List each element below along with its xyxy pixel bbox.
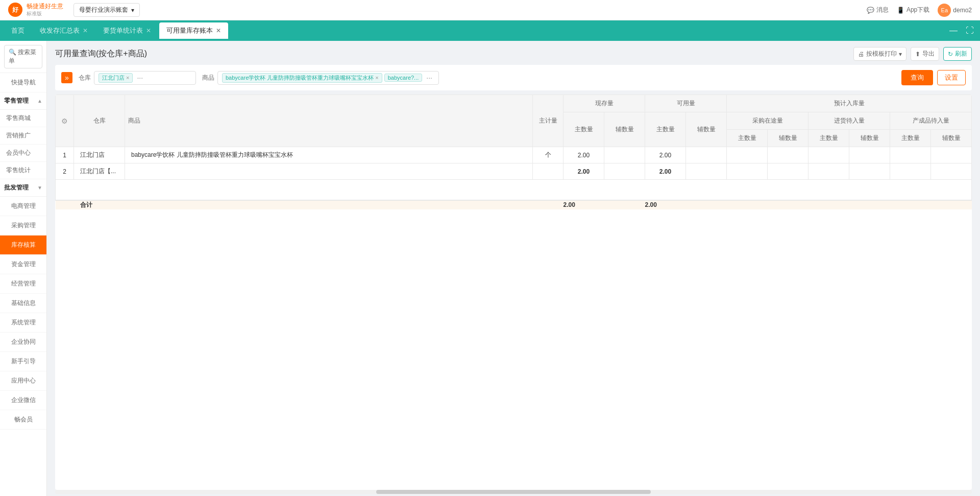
- logo-text: 畅捷通好生意: [27, 3, 63, 10]
- sidebar-item-app-center[interactable]: 应用中心: [0, 371, 46, 391]
- td-footer-avail-main: 2.00: [645, 200, 686, 209]
- industry-select[interactable]: 母婴行业演示账套 ▾: [74, 3, 140, 17]
- sidebar-item-purchase-mgmt-label: 采购管理: [11, 222, 36, 229]
- sidebar-item-member-center[interactable]: 会员中心: [0, 145, 46, 162]
- th-purchase-aux-qty-label: 辅数量: [779, 134, 797, 141]
- sidebar-item-basic-info[interactable]: 基础信息: [0, 294, 46, 313]
- refresh-button[interactable]: ↻ 刷新: [943, 47, 972, 61]
- td-footer-label: 合计: [74, 200, 564, 209]
- sidebar-item-inventory-check-label: 库存核算: [11, 241, 36, 248]
- th-stock-aux-qty-label: 辅数量: [616, 126, 634, 133]
- th-product-aux-qty-label: 辅数量: [942, 134, 961, 141]
- warehouse-tag-close[interactable]: ×: [126, 75, 129, 81]
- td-unit-1: 个: [533, 147, 564, 163]
- tab-home[interactable]: 首页: [4, 22, 32, 39]
- chevron-up-icon: ▲: [37, 98, 42, 104]
- table-row: 1 江北门店 babycare学饮杯 儿童防摔防撞吸管杯重力球吸嘴杯宝宝水杯 个…: [56, 147, 972, 163]
- td-inbound-aux-2: [849, 163, 890, 180]
- query-button[interactable]: 查询: [901, 70, 933, 85]
- scrollbar-thumb[interactable]: [376, 490, 651, 494]
- sidebar-item-enterprise-wechat-label: 企业微信: [11, 396, 36, 404]
- sidebar-item-ops-mgmt[interactable]: 经营管理: [0, 274, 46, 294]
- message-button[interactable]: 💬 消息: [867, 6, 889, 14]
- tab-receipt-summary[interactable]: 收发存汇总表 ✕: [33, 22, 95, 39]
- th-product: 商品: [125, 95, 533, 147]
- sidebar-item-app-center-label: 应用中心: [11, 377, 36, 384]
- inventory-table: ⚙ 仓库 商品 主计量 现存量: [55, 95, 972, 209]
- tab-bar-right: — ⛶: [947, 24, 976, 37]
- print-button[interactable]: 🖨 按模板打印 ▾: [853, 47, 906, 61]
- td-inbound-main-2: [808, 163, 849, 180]
- product-tag-babycare-label: babycare学饮杯 儿童防摔防撞吸管杯重力球吸嘴杯宝宝水杯: [226, 74, 374, 82]
- warehouse-filter-dots[interactable]: ···: [135, 74, 145, 82]
- sidebar-item-wholesale-mgmt[interactable]: 批发管理 ▼: [0, 179, 46, 197]
- th-product-pending-label: 产成品待入量: [913, 117, 949, 124]
- chevron-down-icon: ▾: [899, 51, 902, 58]
- sidebar-item-retail-mgmt[interactable]: 零售管理 ▲: [0, 92, 46, 110]
- th-warehouse: 仓库: [74, 95, 125, 147]
- tab-minimize-button[interactable]: —: [947, 24, 960, 37]
- tab-available-inventory[interactable]: 可用量库存账本 ✕: [159, 22, 228, 39]
- tab-available-inventory-close[interactable]: ✕: [216, 27, 221, 34]
- print-label: 按模板打印: [866, 50, 897, 58]
- td-product-aux-1: [931, 147, 972, 163]
- tab-bar: 首页 收发存汇总表 ✕ 要货单统计表 ✕ 可用量库存账本 ✕ — ⛶: [0, 20, 980, 41]
- message-icon: 💬: [867, 7, 874, 14]
- td-stock-main-2: 2.00: [564, 163, 604, 180]
- tab-order-summary-close[interactable]: ✕: [146, 27, 151, 34]
- tab-receipt-summary-close[interactable]: ✕: [83, 27, 88, 34]
- sidebar-item-member[interactable]: 畅会员: [0, 410, 46, 430]
- sidebar-item-marketing[interactable]: 营销推广: [0, 127, 46, 145]
- tab-expand-button[interactable]: ⛶: [964, 24, 976, 37]
- avatar: Ea: [938, 4, 951, 17]
- th-purchase-in-transit: 采购在途量: [727, 112, 808, 130]
- export-button[interactable]: ⬆ 导出: [911, 47, 939, 61]
- tab-order-summary[interactable]: 要货单统计表 ✕: [96, 22, 158, 39]
- td-product-main-1: [890, 147, 931, 163]
- product-filter-dots[interactable]: ···: [424, 74, 434, 82]
- th-purchase-main-qty-label: 主数量: [738, 134, 756, 141]
- page-actions: 🖨 按模板打印 ▾ ⬆ 导出 ↻ 刷新: [853, 47, 972, 61]
- top-center: 母婴行业演示账套 ▾: [63, 3, 867, 17]
- product-filter-input[interactable]: babycare学饮杯 儿童防摔防撞吸管杯重力球吸嘴杯宝宝水杯 × babyca…: [217, 71, 439, 85]
- app-download-button[interactable]: 📱 App下载: [897, 6, 929, 14]
- sidebar-item-retail-stats-label: 零售统计: [6, 167, 31, 174]
- sidebar-item-enterprise-collab[interactable]: 企业协同: [0, 333, 46, 352]
- td-row-num-2: 2: [56, 163, 74, 180]
- settings-button[interactable]: 设置: [937, 70, 966, 85]
- logo-area: 好 畅捷通好生意 标准版: [8, 3, 63, 17]
- table-footer-row: 合计 2.00 2.00: [56, 200, 972, 209]
- product-tag-babycare-close[interactable]: ×: [375, 75, 378, 81]
- th-available-label: 可用量: [677, 100, 695, 107]
- warehouse-filter-input[interactable]: 江北门店 × ···: [94, 71, 196, 85]
- sidebar-search-button[interactable]: 🔍 搜索菜单: [4, 45, 42, 68]
- sidebar-item-new-guide[interactable]: 新手引导: [0, 352, 46, 371]
- expand-button[interactable]: »: [61, 72, 72, 83]
- industry-select-label: 母婴行业演示账套: [79, 6, 128, 14]
- td-stock-main-1: 2.00: [564, 147, 604, 163]
- sidebar-item-system-mgmt[interactable]: 系统管理: [0, 313, 46, 333]
- sidebar-item-inventory-check[interactable]: 库存核算: [0, 235, 46, 255]
- sidebar-item-retail-mall[interactable]: 零售商城: [0, 110, 46, 127]
- sidebar-item-quick-nav[interactable]: 快捷导航: [0, 73, 46, 92]
- sidebar-item-finance-mgmt[interactable]: 资金管理: [0, 255, 46, 274]
- td-warehouse-2: 江北门店【...: [74, 163, 125, 180]
- username-label: demo2: [953, 7, 972, 14]
- refresh-icon: ↻: [948, 51, 953, 58]
- user-menu[interactable]: Ea demo2: [938, 4, 972, 17]
- table-settings-icon[interactable]: ⚙: [61, 117, 68, 125]
- horizontal-scrollbar[interactable]: [55, 490, 972, 494]
- sidebar-item-retail-stats[interactable]: 零售统计: [0, 162, 46, 179]
- sidebar-item-ecommerce-mgmt[interactable]: 电商管理: [0, 197, 46, 216]
- th-avail-aux-qty-label: 辅数量: [697, 126, 716, 133]
- sidebar-item-purchase-mgmt[interactable]: 采购管理: [0, 216, 46, 235]
- td-warehouse-1: 江北门店: [74, 147, 125, 163]
- tab-home-label: 首页: [11, 26, 24, 35]
- th-main-unit: 主计量: [533, 95, 564, 147]
- th-inbound-main-qty: 主数量: [808, 130, 849, 147]
- th-stock-main-qty: 主数量: [564, 112, 604, 147]
- sidebar-item-enterprise-wechat[interactable]: 企业微信: [0, 391, 46, 410]
- product-filter-group: 商品 babycare学饮杯 儿童防摔防撞吸管杯重力球吸嘴杯宝宝水杯 × bab…: [202, 71, 439, 85]
- sidebar: 🔍 搜索菜单 快捷导航 零售管理 ▲ 零售商城 营销推广 会员中心 零售统计 批…: [0, 41, 47, 496]
- th-purchase-in-transit-label: 采购在途量: [752, 117, 783, 124]
